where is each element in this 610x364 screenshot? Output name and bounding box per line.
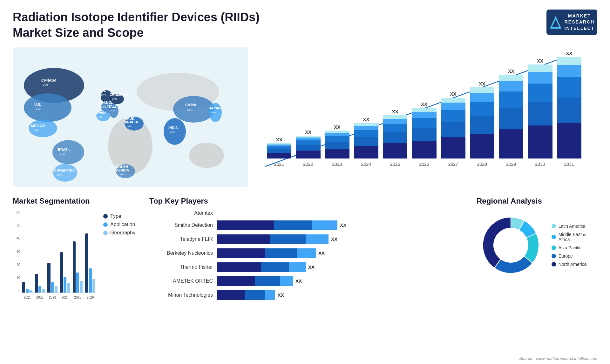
- seg-bar-group: [22, 282, 32, 293]
- legend-geo-dot: [103, 231, 108, 235]
- reg-legend-label: Asia Pacific: [559, 245, 581, 250]
- svg-text:xx%: xx%: [170, 131, 175, 134]
- world-map-svg: CANADA xx% U.S. xx% MEXICO xx% BRAZIL xx…: [13, 47, 248, 187]
- bar-group: XX: [325, 124, 349, 158]
- bar-year: 2025: [383, 162, 407, 167]
- player-xx: XX: [308, 264, 315, 270]
- player-xx: XX: [318, 250, 325, 256]
- players-title: Top Key Players: [149, 197, 467, 206]
- legend-type-dot: [103, 214, 108, 219]
- player-name: AMETEK ORTEC: [149, 278, 213, 284]
- player-name: Berkeley Nucleonics: [149, 250, 213, 256]
- donut-segment: [483, 217, 511, 268]
- svg-text:xx%: xx%: [36, 108, 41, 111]
- seg-year-label: 2026: [85, 293, 95, 302]
- player-row: Atomtex: [149, 210, 467, 216]
- player-row: Berkeley NucleonicsXX: [149, 248, 467, 258]
- regional-legend: Latin AmericaMiddle East & AfricaAsia Pa…: [552, 224, 597, 267]
- svg-text:xx%: xx%: [187, 108, 193, 111]
- seg-year-label: 2023: [47, 293, 58, 302]
- bar-year: 2024: [354, 162, 378, 167]
- seg-chart: 60 50 40 30 20 10 0 20212022202320242025…: [13, 210, 95, 302]
- svg-text:CANADA: CANADA: [41, 78, 57, 82]
- bar-group: XX: [296, 129, 320, 158]
- seg-bar-group: [60, 252, 70, 293]
- svg-text:INDIA: INDIA: [168, 126, 178, 130]
- logo-line2: RESEARCH: [565, 19, 595, 25]
- logo-area: MARKET RESEARCH INTELLECT: [546, 10, 597, 35]
- reg-legend-label: North America: [559, 262, 587, 267]
- player-name: Atomtex: [149, 210, 213, 216]
- bar-year: 2027: [441, 162, 465, 167]
- svg-text:CHINA: CHINA: [185, 103, 196, 107]
- legend-type-label: Type: [110, 213, 121, 219]
- bar-group: XX: [267, 137, 291, 158]
- bar-chart-container: XXXXXXXXXXXXXXXXXXXXXX 20212022202320242…: [257, 47, 597, 187]
- bar-xx-label: XX: [508, 68, 514, 74]
- svg-point-15: [53, 164, 77, 182]
- bar-xx-label: XX: [392, 109, 398, 114]
- player-name: Thermo Fisher: [149, 264, 213, 270]
- header: Radiation Isotope Identifier Devices (RI…: [13, 10, 597, 41]
- svg-text:xx%: xx%: [100, 93, 106, 96]
- bar-group: XX: [441, 91, 465, 158]
- svg-point-44: [173, 96, 214, 123]
- svg-text:ARGENTINA: ARGENTINA: [54, 168, 75, 172]
- bar-xx-label: XX: [450, 91, 456, 97]
- svg-text:GERMANY: GERMANY: [110, 93, 128, 97]
- bar-group: XX: [383, 109, 407, 158]
- seg-bar-group: [47, 263, 58, 293]
- player-row: Mirion TechnologiesXX: [149, 290, 467, 300]
- svg-text:xx%: xx%: [60, 153, 65, 156]
- seg-year-label: 2024: [60, 293, 70, 302]
- bar-chart-bars: XXXXXXXXXXXXXXXXXXXXXX: [264, 60, 585, 158]
- seg-bar-group: [85, 233, 95, 293]
- source-text: Source : www.marketresearchintellect.com: [519, 356, 597, 361]
- bar-year: 2029: [499, 162, 523, 167]
- reg-legend-dot: [552, 235, 556, 239]
- bar-year: 2023: [325, 162, 349, 167]
- svg-point-9: [29, 119, 57, 137]
- bar-year-labels: 2021202220232024202520262027202820292030…: [264, 160, 585, 167]
- legend-geography: Geography: [103, 230, 135, 236]
- player-name: Mirion Technologies: [149, 292, 213, 298]
- players-list: AtomtexSmiths DetectionXXTeledyne FLIRXX…: [149, 210, 467, 300]
- donut-area: Latin AmericaMiddle East & AfricaAsia Pa…: [477, 210, 597, 280]
- page-title: Radiation Isotope Identifier Devices (RI…: [13, 10, 261, 41]
- bar-xx-label: XX: [305, 129, 311, 135]
- svg-point-6: [24, 93, 71, 122]
- bar-group: XX: [557, 51, 581, 158]
- svg-text:SPAIN: SPAIN: [95, 111, 106, 115]
- player-name: Smiths Detection: [149, 222, 213, 228]
- bar-xx-label: XX: [363, 117, 369, 122]
- bar-xx-label: XX: [421, 101, 427, 107]
- svg-text:xx%: xx%: [210, 111, 216, 114]
- seg-bars: [22, 210, 95, 293]
- regional-container: Regional Analysis Latin AmericaMiddle Ea…: [477, 197, 597, 336]
- bar-xx-label: XX: [566, 51, 572, 56]
- svg-text:U.K.: U.K.: [99, 89, 106, 92]
- reg-legend-dot: [552, 224, 556, 228]
- donut-chart: [477, 210, 545, 280]
- bottom-section: Market Segmentation 60 50 40 30 20 10 0: [13, 197, 597, 336]
- player-xx: XX: [331, 236, 337, 242]
- bar-group: XX: [499, 68, 523, 158]
- main-container: Radiation Isotope Identifier Devices (RI…: [0, 0, 610, 364]
- player-row: Smiths DetectionXX: [149, 220, 467, 230]
- seg-legend: Type Application Geography: [103, 213, 135, 236]
- bar-year: 2021: [267, 162, 291, 167]
- svg-text:xx%: xx%: [57, 173, 63, 176]
- player-xx: XX: [340, 222, 346, 228]
- bar-xx-label: XX: [537, 58, 543, 64]
- regional-title: Regional Analysis: [477, 197, 597, 206]
- bar-group: XX: [412, 101, 436, 158]
- reg-legend-label: Middle East & Africa: [559, 232, 597, 242]
- svg-text:xx%: xx%: [118, 173, 124, 176]
- bar-xx-label: XX: [276, 137, 282, 142]
- logo-box: MARKET RESEARCH INTELLECT: [546, 10, 597, 35]
- seg-bar-group: [73, 241, 83, 293]
- svg-text:AFRICA: AFRICA: [116, 168, 129, 172]
- bar-xx-label: XX: [479, 81, 485, 86]
- svg-text:xx%: xx%: [109, 109, 115, 112]
- reg-legend-label: Latin America: [559, 224, 586, 229]
